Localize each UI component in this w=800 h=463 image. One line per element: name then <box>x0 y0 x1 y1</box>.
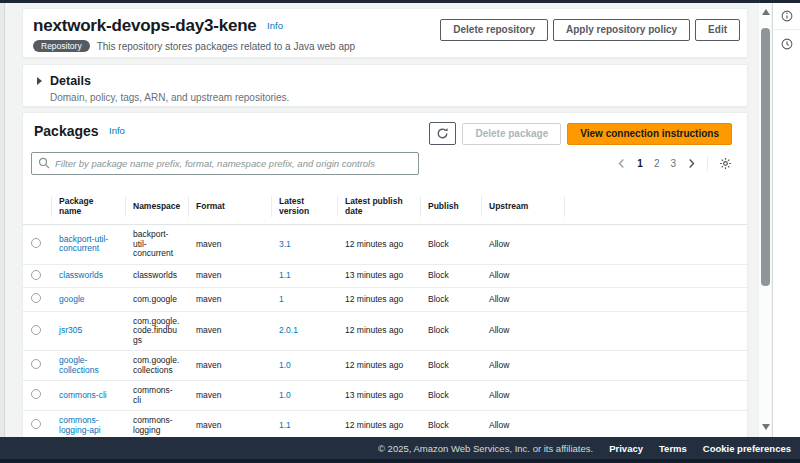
upstream-cell: Allow <box>481 264 564 288</box>
upstream-cell: Allow <box>481 381 564 411</box>
details-subtitle: Domain, policy, tags, ARN, and upstream … <box>50 92 733 103</box>
latest-version-link[interactable]: 3.1 <box>279 239 291 249</box>
row-radio[interactable] <box>31 293 41 303</box>
pagination: 1 2 3 <box>617 156 732 171</box>
namespace-cell: classworlds <box>125 264 188 288</box>
repository-description: This repository stores packages related … <box>97 41 355 52</box>
history-panel-button[interactable] <box>773 30 800 57</box>
edit-button[interactable]: Edit <box>695 19 740 41</box>
vertical-scrollbar[interactable] <box>758 3 771 437</box>
publish-cell: Block <box>420 351 481 381</box>
packages-card: Packages Info Delete package View connec… <box>22 112 748 437</box>
packages-title: Packages <box>34 123 99 139</box>
latest-version-link[interactable]: 1.1 <box>279 420 291 430</box>
publish-cell: Block <box>420 311 481 351</box>
table-row[interactable]: google-collections com.google.collection… <box>23 351 747 381</box>
table-row[interactable]: commons-logging-api commons-logging mave… <box>23 411 747 438</box>
col-latest-version: Latest version <box>271 189 337 225</box>
page-title: nextwork-devops-day3-kene <box>33 16 257 35</box>
bottom-edge-bar <box>0 459 800 463</box>
upstream-cell: Allow <box>481 311 564 351</box>
packages-info-link[interactable]: Info <box>109 125 125 136</box>
col-publish: Publish <box>420 189 481 225</box>
table-row[interactable]: backport-util-concurrent backport-util-c… <box>23 225 747 265</box>
format-cell: maven <box>188 288 271 312</box>
row-radio[interactable] <box>31 389 41 399</box>
scrollbar-thumb[interactable] <box>761 28 770 286</box>
row-radio[interactable] <box>31 419 41 429</box>
console-footer: © 2025, Amazon Web Services, Inc. or its… <box>0 437 800 459</box>
col-package-name: Package name <box>51 189 125 225</box>
package-name-link[interactable]: jsr305 <box>59 325 82 335</box>
latest-version-link[interactable]: 1.0 <box>279 360 291 370</box>
table-row[interactable]: jsr305 com.google.code.findbugs maven 2.… <box>23 311 747 351</box>
delete-package-button[interactable]: Delete package <box>462 123 561 145</box>
left-edge-bar <box>0 3 5 437</box>
package-name-link[interactable]: google <box>59 294 85 304</box>
format-cell: maven <box>188 351 271 381</box>
apply-repository-policy-button[interactable]: Apply repository policy <box>553 19 690 41</box>
cookie-preferences-link[interactable]: Cookie preferences <box>703 443 791 454</box>
terms-link[interactable]: Terms <box>659 443 687 454</box>
delete-repository-button[interactable]: Delete repository <box>440 19 548 41</box>
namespace-cell: com.google <box>125 288 188 312</box>
scroll-up-arrow-icon[interactable] <box>762 9 770 15</box>
publish-cell: Block <box>420 288 481 312</box>
package-name-link[interactable]: backport-util-concurrent <box>59 234 108 254</box>
expand-triangle-icon <box>37 77 42 85</box>
namespace-cell: commons-logging <box>125 411 188 438</box>
refresh-icon <box>436 127 449 140</box>
pagination-prev-icon[interactable] <box>617 158 626 169</box>
scroll-down-arrow-icon[interactable] <box>762 424 770 430</box>
publish-date-cell: 12 minutes ago <box>337 311 420 351</box>
latest-version-link[interactable]: 1.0 <box>279 390 291 400</box>
select-all-header <box>23 189 51 225</box>
top-edge-bar <box>0 0 800 3</box>
pagination-page-2[interactable]: 2 <box>654 158 660 169</box>
publish-date-cell: 12 minutes ago <box>337 411 420 438</box>
privacy-link[interactable]: Privacy <box>609 443 643 454</box>
pagination-next-icon[interactable] <box>687 158 696 169</box>
namespace-cell: com.google.code.findbugs <box>125 311 188 351</box>
format-cell: maven <box>188 411 271 438</box>
publish-date-cell: 13 minutes ago <box>337 264 420 288</box>
publish-date-cell: 13 minutes ago <box>337 381 420 411</box>
upstream-cell: Allow <box>481 288 564 312</box>
upstream-cell: Allow <box>481 225 564 265</box>
publish-date-cell: 12 minutes ago <box>337 351 420 381</box>
latest-version-link[interactable]: 1 <box>279 294 284 304</box>
col-format: Format <box>188 189 271 225</box>
package-name-link[interactable]: commons-cli <box>59 390 107 400</box>
row-radio[interactable] <box>31 359 41 369</box>
table-row[interactable]: google com.google maven 1 12 minutes ago… <box>23 288 747 312</box>
namespace-cell: commons-cli <box>125 381 188 411</box>
latest-version-link[interactable]: 2.0.1 <box>279 325 298 335</box>
package-filter-input[interactable] <box>31 152 419 175</box>
row-radio[interactable] <box>31 325 41 335</box>
pagination-page-1[interactable]: 1 <box>637 158 643 169</box>
package-name-link[interactable]: commons-logging-api <box>59 415 101 435</box>
package-name-link[interactable]: google-collections <box>59 355 99 375</box>
format-cell: maven <box>188 311 271 351</box>
pagination-page-3[interactable]: 3 <box>670 158 676 169</box>
package-name-link[interactable]: classworlds <box>59 270 103 280</box>
refresh-button[interactable] <box>429 122 456 145</box>
publish-cell: Block <box>420 264 481 288</box>
info-panel-button[interactable] <box>773 3 800 30</box>
details-expander[interactable]: Details <box>37 74 733 88</box>
table-row[interactable]: classworlds classworlds maven 1.1 13 min… <box>23 264 747 288</box>
row-radio[interactable] <box>31 238 41 248</box>
latest-version-link[interactable]: 1.1 <box>279 270 291 280</box>
publish-date-cell: 12 minutes ago <box>337 225 420 265</box>
settings-gear-icon[interactable] <box>719 157 732 170</box>
publish-cell: Block <box>420 225 481 265</box>
col-latest-publish-date: Latest publish date <box>337 189 420 225</box>
format-cell: maven <box>188 381 271 411</box>
repository-info-link[interactable]: Info <box>267 20 283 31</box>
table-header-row: Package name Namespace Format Latest ver… <box>23 189 747 225</box>
table-row[interactable]: commons-cli commons-cli maven 1.0 13 min… <box>23 381 747 411</box>
view-connection-instructions-button[interactable]: View connection instructions <box>567 123 732 145</box>
info-circle-icon <box>781 10 793 22</box>
clock-icon <box>781 38 793 50</box>
row-radio[interactable] <box>31 270 41 280</box>
